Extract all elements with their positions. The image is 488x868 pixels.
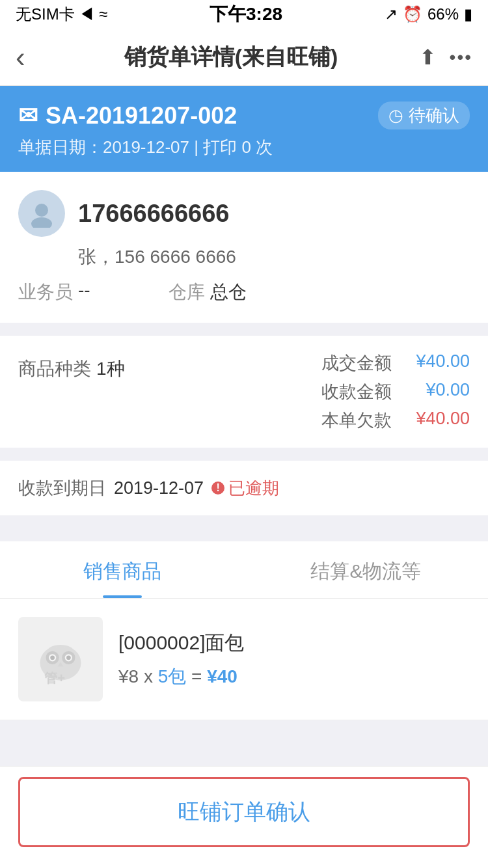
product-item: 管+ [0000002]面包 ¥8 x 5包 = ¥40: [0, 599, 488, 720]
product-types-value: 1种: [96, 357, 125, 381]
back-button[interactable]: ‹: [16, 41, 55, 74]
deal-amount-label: 成交金额: [301, 351, 392, 375]
due-date-section: 收款到期日 2019-12-07 ! 已逾期: [0, 461, 488, 515]
product-list: 管+ [0000002]面包 ¥8 x 5包 = ¥40: [0, 599, 488, 720]
product-thumbnail: 管+: [18, 617, 103, 701]
back-icon: ‹: [16, 41, 25, 74]
product-calc: ¥8 x 5包 = ¥40: [118, 664, 470, 689]
amount-row-received: 收款金额 ¥0.00: [301, 380, 470, 403]
share-icon[interactable]: ⬆: [419, 45, 437, 70]
status-bar: 无SIM卡 ◀ ≈ 下午3:28 ↗ ⏰ 66% ▮: [0, 0, 488, 29]
more-icon[interactable]: •••: [450, 47, 472, 68]
due-date-label: 收款到期日: [18, 476, 106, 500]
status-bar-time: 下午3:28: [210, 2, 282, 27]
overdue-text: 已逾期: [228, 477, 279, 500]
salesperson-label: 业务员: [18, 280, 73, 305]
confirm-button[interactable]: 旺铺订单确认: [18, 777, 470, 847]
customer-phone: 17666666666: [78, 200, 229, 228]
overdue-badge: ! 已逾期: [211, 477, 279, 500]
customer-name: 张，156 6666 6666: [78, 245, 470, 269]
tabs-section: 销售商品 结算&物流等 管+: [0, 541, 488, 720]
deal-amount-value: ¥40.00: [405, 351, 470, 375]
order-number: ✉ SA-20191207-002: [18, 102, 237, 129]
total-value: ¥40: [207, 666, 237, 686]
svg-point-1: [31, 217, 52, 228]
overdue-dot-icon: !: [211, 481, 224, 495]
summary-section: 商品种类 1种 成交金额 ¥40.00 收款金额 ¥0.00 本单欠款 ¥40.…: [0, 336, 488, 448]
divider-1: [0, 528, 488, 541]
tab-sales-products[interactable]: 销售商品: [0, 541, 244, 598]
nav-actions: ⬆ •••: [407, 45, 472, 70]
clock-icon: ◷: [388, 105, 403, 126]
alarm-icon: ⏰: [403, 5, 422, 23]
location-icon: ↗: [385, 5, 398, 23]
nav-bar: ‹ 销货单详情(来自旺铺) ⬆ •••: [0, 29, 488, 86]
envelope-icon: ✉: [18, 102, 38, 129]
status-bar-battery: ↗ ⏰ 66% ▮: [385, 5, 472, 23]
svg-point-0: [35, 204, 48, 217]
bottom-bar: 旺铺订单确认: [0, 766, 488, 868]
status-bar-carrier: 无SIM卡 ◀ ≈: [16, 4, 107, 25]
page-title: 销货单详情(来自旺铺): [55, 42, 407, 72]
battery-icon: ▮: [464, 5, 472, 23]
warehouse-label: 仓库: [169, 280, 205, 305]
amount-row-owed: 本单欠款 ¥40.00: [301, 409, 470, 432]
owed-amount-value: ¥40.00: [405, 409, 470, 432]
tabs-header: 销售商品 结算&物流等: [0, 541, 488, 599]
svg-text:管+: 管+: [44, 671, 65, 685]
customer-card: 17666666666 张，156 6666 6666 业务员 -- 仓库 总仓: [0, 172, 488, 323]
svg-point-7: [50, 655, 55, 660]
received-amount-value: ¥0.00: [405, 380, 470, 403]
order-header: ✉ SA-20191207-002 ◷ 待确认 单据日期：2019-12-07 …: [0, 86, 488, 172]
customer-avatar: [18, 190, 65, 237]
warehouse-value: 总仓: [210, 280, 247, 305]
battery-level: 66%: [427, 5, 459, 23]
received-amount-label: 收款金额: [301, 380, 392, 403]
owed-amount-label: 本单欠款: [301, 409, 392, 432]
amount-row-deal: 成交金额 ¥40.00: [301, 351, 470, 375]
customer-meta: 业务员 -- 仓库 总仓: [18, 280, 470, 305]
product-name: [0000002]面包: [118, 630, 470, 657]
amounts-section: 成交金额 ¥40.00 收款金额 ¥0.00 本单欠款 ¥40.00: [301, 351, 470, 432]
product-types-label: 商品种类: [18, 357, 91, 381]
order-date: 单据日期：2019-12-07 | 打印 0 次: [18, 136, 470, 159]
tab-settlement[interactable]: 结算&物流等: [244, 541, 488, 598]
calc-mid: =: [186, 666, 207, 686]
order-status: ◷ 待确认: [378, 102, 470, 129]
price-prefix: ¥8 x: [118, 666, 158, 686]
product-types: 商品种类 1种: [18, 357, 125, 381]
svg-point-8: [66, 655, 71, 660]
due-date-value: 2019-12-07: [114, 478, 204, 498]
qty-value: 5包: [158, 666, 187, 686]
salesperson-value: --: [78, 280, 90, 305]
product-info: [0000002]面包 ¥8 x 5包 = ¥40: [118, 630, 470, 689]
